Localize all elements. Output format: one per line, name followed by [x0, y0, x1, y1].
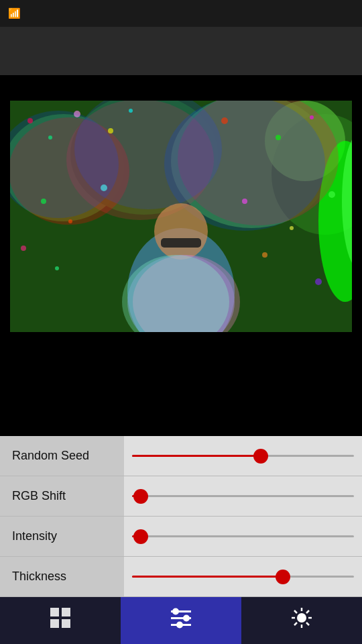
slider-area-rgb-shift[interactable]	[124, 476, 362, 516]
image-canvas	[10, 101, 352, 332]
svg-point-30	[101, 184, 107, 191]
slider-track-intensity	[132, 535, 354, 537]
slider-fill-random-seed	[132, 455, 261, 457]
svg-point-31	[242, 199, 247, 204]
svg-rect-41	[62, 619, 70, 628]
control-row-rgb-shift: RGB Shift	[0, 476, 362, 517]
toolbar	[0, 27, 362, 75]
slider-area-thickness[interactable]	[124, 557, 362, 596]
svg-point-24	[129, 109, 133, 113]
controls-panel: Random SeedRGB ShiftIntensityThickness	[0, 436, 362, 597]
status-bar: 📶	[0, 0, 362, 27]
svg-point-48	[297, 613, 306, 623]
svg-line-53	[294, 610, 297, 613]
svg-point-22	[74, 111, 80, 117]
slider-fill-thickness	[132, 576, 283, 578]
svg-rect-16	[161, 238, 201, 248]
control-label-intensity: Intensity	[0, 517, 124, 556]
svg-line-54	[306, 623, 309, 625]
svg-point-25	[221, 117, 228, 124]
bottom-nav	[0, 597, 362, 644]
sliders-icon	[169, 606, 193, 635]
nav-item-sun[interactable]	[241, 597, 362, 644]
slider-thumb-intensity[interactable]	[133, 529, 148, 544]
svg-point-32	[290, 226, 294, 230]
sim-icon: 📶	[8, 7, 21, 19]
svg-point-26	[276, 135, 281, 140]
svg-point-23	[108, 128, 113, 133]
svg-point-33	[328, 191, 335, 198]
svg-line-55	[306, 610, 309, 613]
image-area	[0, 75, 362, 357]
slider-track-rgb-shift	[132, 495, 354, 497]
sun-icon	[290, 606, 314, 635]
svg-point-15	[154, 203, 208, 260]
svg-point-45	[183, 615, 190, 622]
slider-thumb-random-seed[interactable]	[253, 449, 268, 464]
control-label-thickness: Thickness	[0, 557, 124, 596]
svg-point-20	[27, 118, 33, 123]
svg-rect-40	[50, 619, 59, 628]
slider-thumb-rgb-shift[interactable]	[133, 489, 148, 504]
svg-point-36	[315, 278, 322, 285]
slider-thumb-thickness[interactable]	[276, 570, 290, 584]
svg-point-27	[310, 115, 314, 119]
svg-point-29	[68, 219, 72, 223]
svg-rect-38	[50, 608, 59, 616]
svg-point-28	[41, 199, 46, 204]
grid-icon	[48, 606, 72, 635]
svg-rect-39	[62, 608, 70, 616]
control-row-intensity: Intensity	[0, 517, 362, 557]
control-row-random-seed: Random Seed	[0, 436, 362, 476]
svg-point-34	[21, 246, 26, 251]
control-label-random-seed: Random Seed	[0, 436, 124, 476]
slider-track-random-seed	[132, 455, 354, 457]
svg-point-21	[48, 136, 52, 140]
slider-area-intensity[interactable]	[124, 517, 362, 556]
svg-point-37	[262, 252, 267, 258]
slider-track-thickness	[132, 576, 354, 578]
control-label-rgb-shift: RGB Shift	[0, 476, 124, 516]
slider-area-random-seed[interactable]	[124, 436, 362, 476]
nav-item-grid[interactable]	[0, 597, 121, 644]
svg-line-56	[294, 623, 297, 625]
svg-point-43	[172, 608, 179, 615]
svg-point-35	[55, 266, 59, 270]
control-row-thickness: Thickness	[0, 557, 362, 597]
svg-point-47	[176, 622, 183, 629]
glitch-preview	[10, 101, 352, 332]
nav-item-sliders[interactable]	[121, 597, 241, 644]
